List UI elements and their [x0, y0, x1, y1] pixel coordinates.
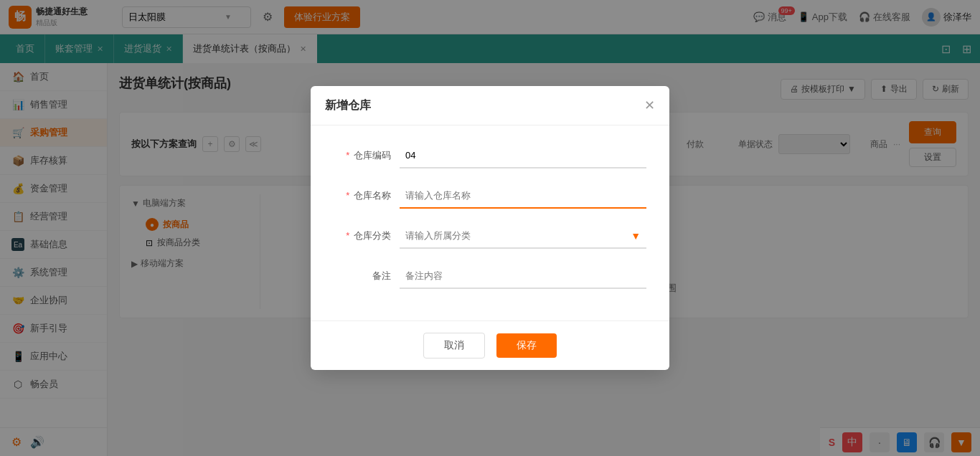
- name-required-mark: *: [346, 190, 349, 201]
- modal-title: 新增仓库: [325, 98, 371, 113]
- code-required-mark: *: [346, 150, 349, 161]
- cancel-button[interactable]: 取消: [423, 333, 485, 358]
- category-label-text: 仓库分类: [354, 230, 391, 241]
- name-label: * 仓库名称: [334, 189, 391, 202]
- name-label-text: 仓库名称: [354, 190, 391, 201]
- note-label-text: 备注: [372, 270, 391, 281]
- category-required-mark: *: [346, 230, 349, 241]
- save-button[interactable]: 保存: [496, 333, 557, 358]
- modal-header: 新增仓库 ✕: [311, 86, 669, 125]
- form-row-name: * 仓库名称: [334, 183, 646, 209]
- note-label: 备注: [334, 270, 391, 282]
- modal-footer: 取消 保存: [311, 320, 669, 370]
- modal-body: * 仓库编码 * 仓库名称 * 仓库分类: [311, 125, 669, 320]
- modal-close-button[interactable]: ✕: [644, 98, 655, 113]
- code-label-text: 仓库编码: [354, 150, 391, 161]
- category-label: * 仓库分类: [334, 229, 391, 242]
- category-select-wrapper: ▼: [400, 223, 646, 249]
- form-row-note: 备注: [334, 263, 646, 289]
- modal-backdrop: 新增仓库 ✕ * 仓库编码 * 仓库名称: [0, 0, 980, 456]
- warehouse-code-input[interactable]: [400, 143, 646, 168]
- warehouse-note-input[interactable]: [400, 263, 646, 289]
- code-label: * 仓库编码: [334, 149, 391, 162]
- form-row-category: * 仓库分类 ▼: [334, 223, 646, 249]
- category-input[interactable]: [400, 223, 646, 249]
- warehouse-name-input[interactable]: [400, 183, 646, 209]
- add-warehouse-modal: 新增仓库 ✕ * 仓库编码 * 仓库名称: [311, 86, 669, 370]
- form-row-code: * 仓库编码: [334, 143, 646, 168]
